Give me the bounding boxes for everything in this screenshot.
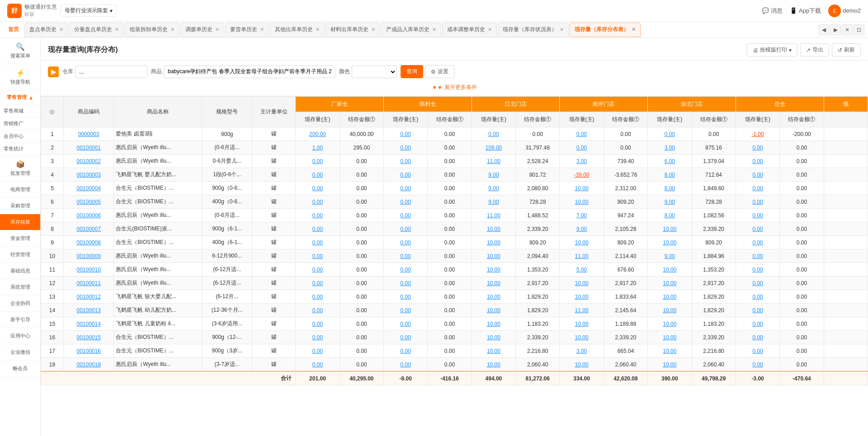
close-icon[interactable]: ✕ xyxy=(488,27,492,33)
sidebar-item-retail-shop[interactable]: 零售商城 xyxy=(0,105,40,117)
cell-code: 00100014 xyxy=(64,317,114,331)
tab-material[interactable]: 材料出库单历史 ✕ xyxy=(326,23,380,37)
cell-code: 0000003 xyxy=(64,127,114,141)
cell-current xyxy=(824,236,868,249)
tab-cost-adj[interactable]: 成本调整单历史 ✕ xyxy=(442,23,497,37)
sidebar-item-operations[interactable]: 经营管理 xyxy=(0,247,40,263)
close-icon[interactable]: ✕ xyxy=(371,27,375,33)
marketing-label: 营销推广 xyxy=(4,121,24,126)
sidebar-item-inventory[interactable]: 库存核算 xyxy=(0,214,40,230)
cell-yubei-amt: 1,849.60 xyxy=(692,182,736,195)
close-icon[interactable]: ✕ xyxy=(632,27,636,33)
cell-factory-qty: 0.00 xyxy=(296,195,340,209)
warehouse-input[interactable] xyxy=(75,66,147,78)
sidebar-item-marketing[interactable]: 营销推广 xyxy=(0,117,40,130)
tab-next-btn[interactable]: ▶ xyxy=(830,24,841,35)
tab-adjust[interactable]: 调拨单历史 ✕ xyxy=(180,23,224,37)
cell-jiangbei-amt: 2,080.80 xyxy=(516,182,560,195)
cell-current xyxy=(824,209,868,222)
close-icon[interactable]: ✕ xyxy=(316,27,320,33)
cell-total-total-amt: -470.64 xyxy=(780,371,824,385)
filter-warehouse: 仓库 xyxy=(62,66,147,78)
cell-factory-amt: 0.00 xyxy=(340,358,383,372)
chevron-up-icon: ▲ xyxy=(28,95,33,100)
cell-name: 惠氏启辰（Wyeth illu... xyxy=(114,277,202,290)
sidebar-item-guide[interactable]: 新手引导 xyxy=(0,312,40,328)
query-button[interactable]: 查询 xyxy=(401,65,423,78)
cell-name: 合生元(BIOSTIME)派... xyxy=(114,222,202,236)
tab-stock-status[interactable]: 现存量（库存状况表） ✕ xyxy=(498,23,569,37)
cell-jiangbei-qty: 11.00 xyxy=(472,209,515,222)
cell-total-amt: 0.00 xyxy=(780,344,824,358)
message-btn[interactable]: 💬 消息 xyxy=(762,7,783,15)
sidebar-item-search[interactable]: 🔍 搜索英单 xyxy=(0,38,40,64)
cell-unit: 罐 xyxy=(252,277,296,290)
cell-factory-amt: 0.00 xyxy=(340,222,383,236)
close-icon[interactable]: ✕ xyxy=(432,27,436,33)
sidebar-item-purchase[interactable]: 采购管理 xyxy=(0,198,40,214)
cell-chen-qty: 0.00 xyxy=(384,277,428,290)
close-icon[interactable]: ✕ xyxy=(170,27,175,33)
sidebar-item-ecommerce[interactable]: 电商管理 xyxy=(0,182,40,198)
close-icon[interactable]: ✕ xyxy=(560,27,564,33)
cell-yubei-amt: 1,829.20 xyxy=(692,304,736,317)
tab-dist-inventory[interactable]: 分量盘点单历史 ✕ xyxy=(69,23,124,37)
close-icon[interactable]: ✕ xyxy=(215,27,219,33)
user-area[interactable]: E demo2 xyxy=(828,5,861,17)
cell-code: 00100016 xyxy=(64,344,114,358)
cell-name: 惠氏启辰（Wyeth illu... xyxy=(114,249,202,263)
username: demo2 xyxy=(843,7,861,14)
sidebar-item-member[interactable]: 会员中心 xyxy=(0,130,40,143)
tab-stock-dist[interactable]: 现存量（库存分布表） ✕ xyxy=(570,23,641,37)
cell-total-amt: 0.00 xyxy=(780,358,824,372)
tab-prev-btn[interactable]: ◀ xyxy=(818,24,829,35)
expand-collapse-btn[interactable]: ▶ xyxy=(48,66,59,77)
sidebar-item-enterprise[interactable]: 企业协同 xyxy=(0,295,40,312)
expand-more-label: 展开更多条件 xyxy=(444,84,477,91)
sidebar-item-retail-stats[interactable]: 零售统计 xyxy=(0,143,40,155)
close-icon[interactable]: ✕ xyxy=(115,27,119,33)
cell-nanan-qty: 11.00 xyxy=(560,249,604,263)
sidebar-item-vip[interactable]: 畅会员 xyxy=(0,361,40,377)
print-button[interactable]: 🖨 按模版打印 ▾ xyxy=(747,43,797,56)
quicknav-icon: ⚡ xyxy=(16,69,25,77)
cell-total-amt: -200.00 xyxy=(780,127,824,141)
sidebar-item-basic[interactable]: 基础信息 xyxy=(0,263,40,279)
settings-button[interactable]: ⚙ 设置 xyxy=(425,65,454,78)
sidebar-item-wholesale[interactable]: 📦 批发管理 xyxy=(0,155,40,182)
cell-total-qty: 0.00 xyxy=(736,277,779,290)
cell-unit: 罐 xyxy=(252,182,296,195)
export-button[interactable]: ↗ 导出 xyxy=(800,43,829,56)
cell-total-total-qty: -3.00 xyxy=(736,371,779,385)
close-icon[interactable]: ✕ xyxy=(59,27,63,33)
tab-home[interactable]: 首页 xyxy=(4,23,24,37)
cell-yubei-qty: 8.00 xyxy=(648,168,692,182)
sidebar-item-appcenter[interactable]: 应用中心 xyxy=(0,328,40,344)
tab-other-out[interactable]: 其他出库单历史 ✕ xyxy=(270,23,325,37)
sidebar-item-finance[interactable]: 资金管理 xyxy=(0,230,40,247)
sidebar-item-corpwx[interactable]: 企业微信 xyxy=(0,344,40,361)
th-settings[interactable]: ⚙ xyxy=(41,97,64,127)
close-icon[interactable]: ✕ xyxy=(260,27,264,33)
tab-inventory[interactable]: 盘点单历史 ✕ xyxy=(24,23,68,37)
tab-close-btn[interactable]: ✕ xyxy=(842,24,853,35)
tab-group[interactable]: 组装拆卸单历史 ✕ xyxy=(125,23,179,37)
cell-factory-amt: 0.00 xyxy=(340,249,383,263)
tab-request[interactable]: 要货单历史 ✕ xyxy=(225,23,269,37)
cell-jiangbei-amt: 2,094.40 xyxy=(516,249,560,263)
refresh-button[interactable]: ↺ 刷新 xyxy=(832,43,861,56)
sidebar-item-quicknav[interactable]: ⚡ 快捷导航 xyxy=(0,64,40,90)
goods-input[interactable] xyxy=(164,66,335,78)
sidebar-item-system[interactable]: 系统管理 xyxy=(0,279,40,295)
app-download-btn[interactable]: 📱 App下载 xyxy=(790,7,821,15)
color-select[interactable] xyxy=(352,66,397,78)
table-head: ⚙ 商品编码 商品名称 规格型号 主计量单位 厂家仓 陈村仓 江北门店 南岸门店… xyxy=(41,97,868,127)
industry-selector[interactable]: 母婴行业演示陈套 ▾ xyxy=(61,5,117,17)
tab-product-in[interactable]: 产成品入库单历史 ✕ xyxy=(381,23,441,37)
tab-more-btn[interactable]: ⊡ xyxy=(854,24,864,35)
sidebar-item-retail-group[interactable]: 零售管理 ▲ xyxy=(0,90,40,105)
th-yubei-qty: 现存量(主) xyxy=(648,112,692,127)
settings-icon[interactable]: ⚙ xyxy=(49,108,55,116)
filter-expand-more[interactable]: ▼▼ 展开更多条件 xyxy=(48,82,861,91)
cell-code: 00100004 xyxy=(64,182,114,195)
